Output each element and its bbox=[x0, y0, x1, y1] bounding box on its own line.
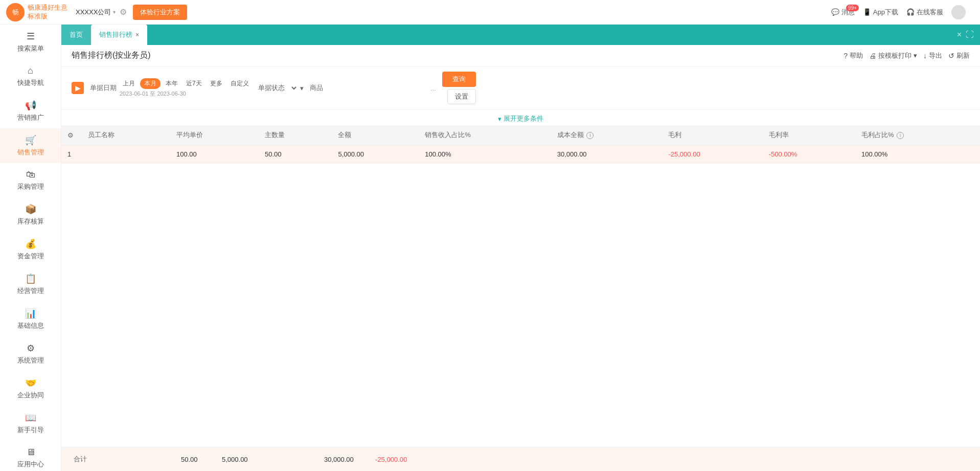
table-body: 1100.0050.005,000.00100.00%30,000.00-25,… bbox=[61, 145, 980, 164]
sidebar-item-marketing[interactable]: 📢 营销推广 bbox=[0, 94, 61, 128]
message-badge: 99+ bbox=[846, 5, 859, 11]
date-option-thismonth[interactable]: 本月 bbox=[140, 78, 161, 89]
sidebar-label-search: 搜索菜单 bbox=[17, 44, 44, 53]
print-button[interactable]: 🖨 按模板打印 ▾ bbox=[869, 51, 917, 60]
sidebar-item-finance[interactable]: 💰 资金管理 bbox=[0, 232, 61, 267]
sidebar-item-search[interactable]: ☰ 搜索菜单 bbox=[0, 25, 61, 59]
expand-more-button[interactable]: ▾ 展开更多条件 bbox=[498, 114, 543, 123]
sidebar-item-inventory[interactable]: 📦 库存核算 bbox=[0, 197, 61, 232]
tab-close-icon[interactable]: × bbox=[135, 31, 139, 38]
cell-profit: -25,000.00 bbox=[662, 145, 762, 164]
footer-main-qty: 50.00 bbox=[175, 454, 216, 465]
guide-icon: 📖 bbox=[25, 412, 36, 423]
tab-home[interactable]: 首页 bbox=[61, 25, 91, 45]
goods-text-input[interactable] bbox=[326, 84, 428, 92]
company-selector[interactable]: XXXXX公司 ▾ bbox=[76, 8, 116, 17]
export-icon: ↓ bbox=[923, 52, 927, 60]
finance-icon: 💰 bbox=[25, 238, 36, 250]
home-icon: ⌂ bbox=[28, 65, 33, 76]
sidebar-item-quicknav[interactable]: ⌂ 快捷导航 bbox=[0, 59, 61, 94]
goods-dots-button[interactable]: ... bbox=[430, 84, 436, 92]
expand-arrow-button[interactable]: ▶ bbox=[72, 82, 84, 94]
status-select[interactable]: ▾ bbox=[288, 84, 304, 93]
goods-filter-label: 商品 bbox=[310, 83, 323, 93]
print-icon: 🖨 bbox=[869, 52, 876, 60]
date-option-more[interactable]: 更多 bbox=[207, 78, 225, 89]
trial-button[interactable]: 体验行业方案 bbox=[133, 5, 187, 20]
th-employee: 员工名称 bbox=[82, 125, 170, 145]
date-option-thisyear[interactable]: 本年 bbox=[163, 78, 181, 89]
settings-col-icon[interactable]: ⚙ bbox=[67, 131, 74, 139]
cell-cost: 30,000.00 bbox=[551, 145, 663, 164]
sidebar-label-sales: 销售管理 bbox=[17, 148, 44, 157]
status-dropdown[interactable] bbox=[288, 84, 298, 93]
table-wrapper: ⚙ 员工名称 平均单价 主数量 全额 销售收入占比% 成本全额 i 毛利 毛利率… bbox=[61, 125, 980, 471]
tab-bar-right: × ⛶ bbox=[957, 30, 980, 39]
date-option-lastmonth[interactable]: 上月 bbox=[120, 78, 138, 89]
profit-pct-info-icon[interactable]: i bbox=[897, 132, 904, 139]
th-profit-rate: 毛利率 bbox=[763, 125, 855, 145]
gear-icon[interactable]: ⚙ bbox=[120, 7, 127, 17]
refresh-button[interactable]: ↺ 刷新 bbox=[948, 51, 970, 60]
app-download-button[interactable]: 📱 App下载 bbox=[863, 8, 898, 17]
sidebar-item-guide[interactable]: 📖 新手引导 bbox=[0, 406, 61, 441]
sidebar-item-enterprise[interactable]: 🤝 企业协同 bbox=[0, 371, 61, 406]
tab-sales-ranking[interactable]: 销售排行榜 × bbox=[91, 25, 147, 45]
th-profit-pct: 毛利占比% i bbox=[855, 125, 980, 145]
footer-label: 合计 bbox=[67, 453, 129, 466]
th-settings[interactable]: ⚙ bbox=[61, 125, 82, 145]
window-close-icon[interactable]: × bbox=[957, 30, 962, 39]
sidebar-item-purchase[interactable]: 🛍 采购管理 bbox=[0, 163, 61, 197]
page-content: 销售排行榜(按业务员) ? 帮助 🖨 按模板打印 ▾ ↓ 导出 bbox=[61, 45, 980, 471]
sidebar-item-system[interactable]: ⚙ 系统管理 bbox=[0, 337, 61, 371]
cell-employee bbox=[82, 145, 170, 164]
sidebar-label-inventory: 库存核算 bbox=[17, 217, 44, 226]
th-avg-price: 平均单价 bbox=[170, 125, 259, 145]
date-option-custom[interactable]: 自定义 bbox=[227, 78, 252, 89]
search-menu-icon: ☰ bbox=[27, 31, 35, 42]
print-arrow-icon: ▾ bbox=[914, 52, 917, 59]
sidebar-item-basics[interactable]: 📊 基础信息 bbox=[0, 302, 61, 337]
cell-profit-pct: 100.00% bbox=[855, 145, 980, 164]
th-main-qty: 主数量 bbox=[259, 125, 332, 145]
data-table: ⚙ 员工名称 平均单价 主数量 全额 销售收入占比% 成本全额 i 毛利 毛利率… bbox=[61, 125, 980, 164]
help-button[interactable]: ? 帮助 bbox=[844, 51, 863, 60]
page-actions: ? 帮助 🖨 按模板打印 ▾ ↓ 导出 ↺ 刷新 bbox=[844, 51, 970, 60]
sidebar-label-enterprise: 企业协同 bbox=[17, 391, 44, 400]
sidebar-item-sales[interactable]: 🛒 销售管理 bbox=[0, 128, 61, 163]
sales-icon: 🛒 bbox=[25, 134, 36, 146]
online-service-button[interactable]: 🎧 在线客服 bbox=[906, 8, 943, 17]
purchase-icon: 🛍 bbox=[26, 169, 35, 180]
page-header: 销售排行榜(按业务员) ? 帮助 🖨 按模板打印 ▾ ↓ 导出 bbox=[61, 45, 980, 66]
status-filter-group: 单据状态 ▾ bbox=[258, 83, 304, 93]
message-button[interactable]: 💬 消息 99+ bbox=[831, 8, 855, 17]
table-row: 1100.0050.005,000.00100.00%30,000.00-25,… bbox=[61, 145, 980, 164]
tab-active-label: 销售排行榜 bbox=[99, 30, 132, 39]
filter-actions: 查询 设置 bbox=[442, 72, 476, 104]
app-icon: 📱 bbox=[863, 8, 871, 16]
sidebar-item-operations[interactable]: 📋 经营管理 bbox=[0, 267, 61, 302]
cell-main-qty: 50.00 bbox=[259, 145, 332, 164]
content-area: 首页 销售排行榜 × × ⛶ 销售排行榜(按业务员) ? 帮助 bbox=[61, 25, 980, 471]
appstore-icon: 🖥 bbox=[26, 447, 35, 458]
cell-sales-pct: 100.00% bbox=[419, 145, 551, 164]
window-max-icon[interactable]: ⛶ bbox=[966, 30, 974, 39]
date-option-7days[interactable]: 近7天 bbox=[183, 78, 205, 89]
th-cost: 成本全额 i bbox=[551, 125, 663, 145]
refresh-icon: ↺ bbox=[948, 52, 954, 60]
query-button[interactable]: 查询 bbox=[442, 72, 476, 87]
sidebar-label-finance: 资金管理 bbox=[17, 252, 44, 261]
avatar[interactable] bbox=[951, 5, 966, 19]
page-title: 销售排行榜(按业务员) bbox=[72, 50, 151, 61]
status-filter-label: 单据状态 bbox=[258, 83, 285, 93]
cost-info-icon[interactable]: i bbox=[586, 132, 594, 139]
table-header-row: ⚙ 员工名称 平均单价 主数量 全额 销售收入占比% 成本全额 i 毛利 毛利率… bbox=[61, 125, 980, 145]
header-right: 💬 消息 99+ 📱 App下载 🎧 在线客服 bbox=[831, 5, 974, 19]
sidebar-item-appstore[interactable]: 🖥 应用中心 bbox=[0, 441, 61, 471]
goods-input[interactable]: ... bbox=[326, 84, 436, 92]
cell-amount: 5,000.00 bbox=[332, 145, 419, 164]
logo-area: 畅 畅康通好生意 标准版 bbox=[6, 3, 67, 21]
sidebar-label-operations: 经营管理 bbox=[17, 286, 44, 296]
export-button[interactable]: ↓ 导出 bbox=[923, 51, 942, 60]
settings-button[interactable]: 设置 bbox=[447, 89, 476, 104]
